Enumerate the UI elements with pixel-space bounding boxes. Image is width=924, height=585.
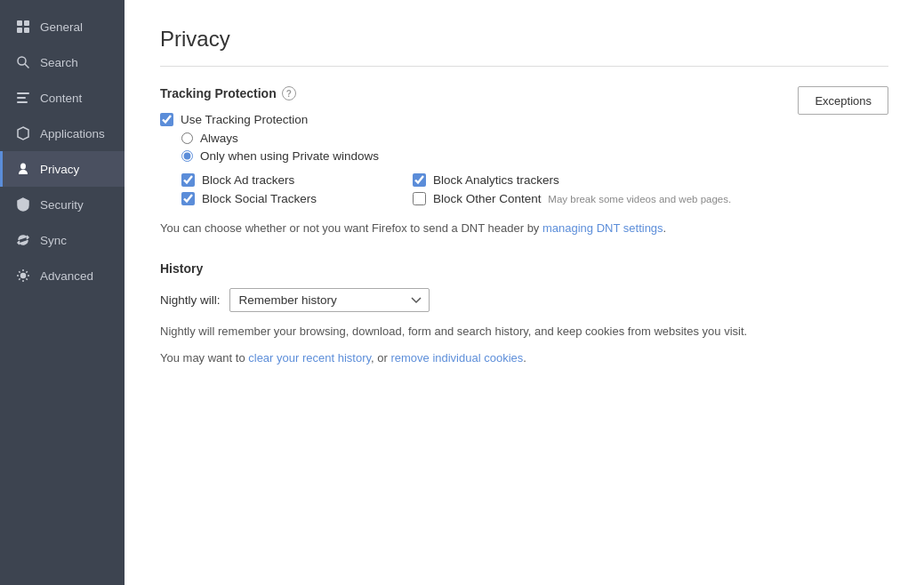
applications-icon	[15, 125, 31, 141]
clear-history-link[interactable]: clear your recent history	[248, 351, 371, 365]
dnt-text: You can choose whether or not you want F…	[160, 221, 888, 235]
exceptions-button[interactable]: Exceptions	[798, 86, 888, 115]
sidebar-item-general[interactable]: General	[0, 9, 125, 44]
sync-icon	[15, 232, 31, 248]
tracking-protection-section: Tracking Protection ? Use Tracking Prote…	[160, 86, 888, 235]
svg-rect-3	[24, 28, 29, 33]
grid-icon	[15, 19, 31, 35]
history-description: Nightly will remember your browsing, dow…	[160, 323, 888, 341]
block-other-note: May break some videos and web pages.	[548, 194, 731, 204]
sidebar-item-advanced[interactable]: Advanced	[0, 258, 125, 293]
sidebar-item-label: Security	[40, 198, 84, 212]
advanced-icon	[15, 268, 31, 284]
block-ad-checkbox[interactable]	[181, 173, 195, 187]
divider	[160, 66, 888, 67]
sidebar-item-privacy[interactable]: Privacy	[0, 151, 125, 187]
dnt-settings-link[interactable]: managing DNT settings	[542, 221, 663, 235]
svg-point-10	[21, 274, 26, 278]
block-analytics-label[interactable]: Block Analytics trackers	[433, 173, 559, 187]
sidebar-item-label: Sync	[40, 234, 67, 247]
block-ad-row: Block Ad trackers	[181, 173, 395, 187]
main-content: Privacy Tracking Protection ? Use Tracki…	[125, 0, 924, 585]
always-radio[interactable]	[181, 132, 193, 144]
sidebar-item-label: Advanced	[40, 269, 93, 283]
use-tracking-protection-row: Use Tracking Protection	[160, 113, 798, 126]
history-select[interactable]: Remember history Never remember history …	[229, 288, 430, 312]
sidebar-item-label: Privacy	[40, 163, 79, 176]
sidebar-item-label: Search	[40, 56, 78, 69]
svg-point-9	[20, 164, 26, 170]
use-tracking-protection-label[interactable]: Use Tracking Protection	[181, 113, 308, 126]
always-label[interactable]: Always	[200, 132, 238, 145]
private-radio-row: Only when using Private windows	[181, 149, 798, 163]
sidebar-item-label: Applications	[40, 127, 105, 140]
nightly-row: Nightly will: Remember history Never rem…	[160, 288, 888, 312]
private-windows-radio[interactable]	[181, 150, 193, 162]
block-other-label[interactable]: Block Other Content May break some video…	[433, 192, 731, 205]
remove-cookies-link[interactable]: remove individual cookies	[390, 351, 523, 365]
history-section-title: History	[160, 261, 888, 276]
sidebar: General Search Content Applications Priv…	[0, 0, 125, 585]
history-section: History Nightly will: Remember history N…	[160, 261, 888, 365]
block-analytics-checkbox[interactable]	[413, 173, 426, 187]
block-other-row: Block Other Content May break some video…	[413, 192, 798, 205]
content-icon	[15, 90, 31, 106]
svg-rect-7	[17, 97, 26, 99]
svg-point-4	[18, 57, 26, 65]
sidebar-item-sync[interactable]: Sync	[0, 222, 125, 258]
tracking-help-icon[interactable]: ?	[282, 86, 296, 100]
svg-rect-2	[17, 28, 22, 33]
sidebar-item-content[interactable]: Content	[0, 80, 125, 116]
page-title: Privacy	[160, 27, 888, 52]
private-windows-label[interactable]: Only when using Private windows	[200, 149, 379, 163]
svg-rect-6	[17, 92, 29, 94]
block-other-checkbox[interactable]	[413, 192, 426, 205]
security-icon	[15, 196, 31, 212]
privacy-icon	[15, 161, 31, 177]
sidebar-item-security[interactable]: Security	[0, 187, 125, 222]
tracker-grid: Block Ad trackers Block Analytics tracke…	[181, 173, 798, 205]
always-radio-row: Always	[181, 132, 798, 145]
block-social-label[interactable]: Block Social Trackers	[202, 192, 317, 205]
tracking-header-row: Tracking Protection ? Use Tracking Prote…	[160, 86, 888, 205]
history-links: You may want to clear your recent histor…	[160, 351, 888, 365]
sidebar-item-label: Content	[40, 92, 82, 105]
sidebar-item-applications[interactable]: Applications	[0, 116, 125, 151]
tracking-section-title: Tracking Protection ?	[160, 86, 798, 100]
nightly-label: Nightly will:	[160, 293, 221, 307]
svg-rect-8	[17, 101, 28, 103]
block-social-row: Block Social Trackers	[181, 192, 395, 205]
block-ad-label[interactable]: Block Ad trackers	[202, 173, 294, 187]
sidebar-item-label: General	[40, 20, 83, 34]
svg-rect-1	[24, 20, 29, 26]
use-tracking-protection-checkbox[interactable]	[160, 113, 173, 126]
svg-rect-0	[17, 20, 22, 26]
tracking-left-col: Tracking Protection ? Use Tracking Prote…	[160, 86, 798, 205]
block-social-checkbox[interactable]	[181, 192, 195, 205]
search-icon	[15, 54, 31, 70]
sidebar-item-search[interactable]: Search	[0, 44, 125, 80]
svg-line-5	[25, 64, 29, 68]
block-analytics-row: Block Analytics trackers	[413, 173, 798, 187]
